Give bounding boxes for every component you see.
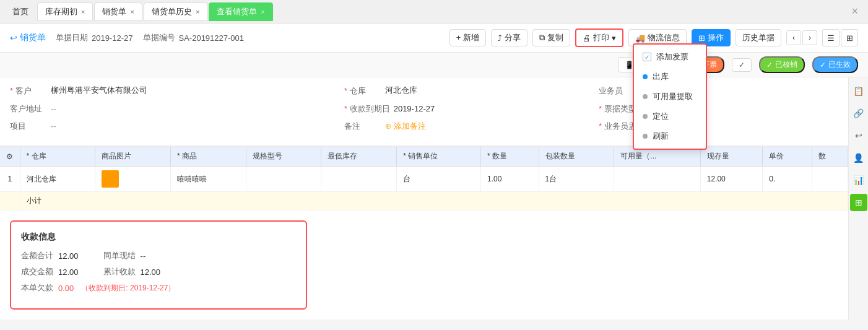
outbound-dot-icon	[643, 74, 648, 79]
tab-sales-label: 销货单	[102, 6, 126, 17]
outbound-label: 出库	[653, 71, 669, 82]
subtotal-label	[0, 192, 20, 211]
cumulative-receipt-value: 12.00	[141, 267, 161, 277]
product-image	[102, 170, 119, 188]
subtotal-row: 小计	[0, 192, 848, 211]
tab-sales[interactable]: 销货单 ×	[94, 2, 142, 21]
dropdown-menu: ✓ 添加发票 出库 可用量提取 定位 刷新	[633, 43, 707, 150]
doc-number-label: 单据编号	[143, 32, 175, 43]
tab-home[interactable]: 首页	[5, 2, 36, 21]
tab-sales-history-close[interactable]: ×	[196, 8, 199, 15]
operate-icon: ⊞	[698, 33, 705, 43]
col-quantity: * 数量	[481, 147, 539, 167]
payment-row-2: 成交金额 12.00 累计收款 12.00	[21, 266, 296, 277]
sidebar-icon-6[interactable]: ⊞	[850, 194, 867, 211]
project-label: 项目	[10, 121, 47, 132]
subtotal-text: 小计	[20, 192, 848, 211]
confirm-button[interactable]: ✓	[732, 58, 752, 72]
remarks-field: 备注 ⊕ 添加备注	[344, 121, 584, 132]
row-extra	[812, 167, 848, 192]
tab-view-sales[interactable]: 查看销货单 ×	[209, 2, 272, 21]
sidebar-icon-3[interactable]: ↩	[850, 127, 867, 144]
current-owe-value: 0.00	[58, 284, 74, 293]
new-button[interactable]: + 新增	[449, 29, 486, 46]
payment-date-field: 收款到期日 2019-12-27	[344, 103, 584, 115]
window-close-button[interactable]: ×	[846, 5, 863, 18]
sidebar-icon-2[interactable]: 🔗	[850, 105, 867, 122]
list-view-button[interactable]: ☰	[822, 29, 840, 46]
sidebar-icon-5[interactable]: 📊	[850, 172, 867, 189]
tab-sales-history-label: 销货单历史	[152, 6, 192, 17]
tab-inventory[interactable]: 库存期初 ×	[37, 2, 93, 21]
items-table: ⚙ * 仓库 商品图片 * 商品 规格型号 最低库存 * 销售单位 * 数量 包…	[0, 147, 848, 211]
customer-field: 客户 柳州粤港平安气体有限公司	[10, 85, 329, 97]
effective-button[interactable]: ✓ 已生效	[812, 56, 858, 73]
plus-icon: ⊕	[385, 121, 391, 131]
table-row: 1 河北仓库 嘻嘻嘻嘻 台 1.00 1台	[0, 167, 848, 192]
col-settings[interactable]: ⚙	[0, 147, 20, 167]
same-order-settle-field: 同单现结 --	[103, 250, 146, 261]
payment-title: 收款信息	[21, 232, 296, 243]
customer-value: 柳州粤港平安气体有限公司	[51, 85, 329, 97]
nav-prev-button[interactable]: ‹	[786, 30, 801, 45]
dropdown-item-invoice[interactable]: ✓ 添加发票	[634, 47, 706, 67]
current-owe-field: 本单欠款 0.00 （收款到期日: 2019-12-27）	[21, 282, 175, 293]
nav-next-button[interactable]: ›	[802, 30, 817, 45]
remarks-label: 备注	[344, 121, 381, 132]
dropdown-item-outbound[interactable]: 出库	[634, 67, 706, 87]
payment-row-3: 本单欠款 0.00 （收款到期日: 2019-12-27）	[21, 282, 296, 293]
warehouse-label: 仓库	[344, 85, 381, 97]
col-current-stock: 现存量	[700, 147, 763, 167]
doc-date-label: 单据日期	[56, 32, 88, 43]
table-container: ⚙ * 仓库 商品图片 * 商品 规格型号 最低库存 * 销售单位 * 数量 包…	[0, 146, 848, 211]
doc-date-field: 单据日期 2019-12-27	[56, 32, 133, 43]
effective-label: 已生效	[828, 59, 851, 70]
address-field: 客户地址 --	[10, 103, 329, 115]
main-content-wrapper: ↩ 销货单 单据日期 2019-12-27 单据编号 SA-20191227-0…	[0, 24, 868, 319]
grid-view-button[interactable]: ⊞	[841, 29, 858, 46]
doc-type-label: 销货单	[20, 32, 46, 43]
tab-inventory-close[interactable]: ×	[81, 8, 85, 15]
row-spec	[246, 167, 321, 192]
history-button[interactable]: 历史单据	[736, 29, 781, 46]
view-buttons: ☰ ⊞	[822, 29, 858, 46]
logistics-label: 物流信息	[648, 32, 680, 43]
doc-date-value: 2019-12-27	[92, 33, 133, 43]
sidebar-icon-1[interactable]: 📋	[850, 82, 867, 100]
dropdown-item-refresh[interactable]: 刷新	[634, 126, 706, 146]
cancelled-button[interactable]: ✓ 已核销	[759, 56, 805, 73]
tab-bar: 首页 库存期初 × 销货单 × 销货单历史 × 查看销货单 × ×	[0, 0, 868, 24]
tab-sales-close[interactable]: ×	[130, 8, 134, 15]
row-package-qty: 1台	[539, 167, 614, 192]
row-warehouse: 河北仓库	[20, 167, 95, 192]
doc-meta: 单据日期 2019-12-27 单据编号 SA-20191227-001	[56, 32, 244, 43]
tab-view-sales-close[interactable]: ×	[261, 8, 264, 15]
available-label: 可用量提取	[653, 91, 693, 102]
col-image: 商品图片	[95, 147, 171, 167]
status-bar: 📱 来自手机 ● 未开票 ✓ ✓ 已核销 ✓ 已生效	[0, 53, 868, 77]
tab-sales-history[interactable]: 销货单历史 ×	[144, 2, 207, 21]
project-field: 项目 --	[10, 121, 329, 132]
refresh-label: 刷新	[653, 131, 669, 142]
col-min-stock: 最低库存	[321, 147, 397, 167]
doc-number-field: 单据编号 SA-20191227-001	[143, 32, 245, 43]
effective-check-icon: ✓	[820, 61, 826, 69]
doc-title-area: ↩ 销货单	[10, 32, 46, 43]
main-body: 客户 柳州粤港平安气体有限公司 仓库 河北仓库 业务员 演示账号	[0, 77, 848, 319]
copy-button[interactable]: ⧉ 复制	[532, 29, 570, 46]
dropdown-item-locate[interactable]: 定位	[634, 106, 706, 126]
share-button[interactable]: ⤴ 分享	[491, 29, 527, 46]
payment-row-1: 金额合计 12.00 同单现结 --	[21, 250, 296, 261]
add-remarks-button[interactable]: ⊕ 添加备注	[385, 121, 426, 132]
total-field: 金额合计 12.00	[21, 250, 79, 261]
row-current-stock: 12.00	[700, 167, 763, 192]
sidebar-icon-4[interactable]: 👤	[850, 149, 867, 167]
same-order-settle-label: 同单现结	[103, 250, 136, 261]
cumulative-receipt-label: 累计收款	[103, 266, 136, 277]
print-button[interactable]: 🖨 打印 ▾	[575, 28, 623, 47]
row-index: 1	[0, 167, 20, 192]
col-spec: 规格型号	[246, 147, 321, 167]
copy-icon: ⧉	[539, 33, 545, 43]
col-unit: * 销售单位	[397, 147, 481, 167]
dropdown-item-available[interactable]: 可用量提取	[634, 87, 706, 106]
